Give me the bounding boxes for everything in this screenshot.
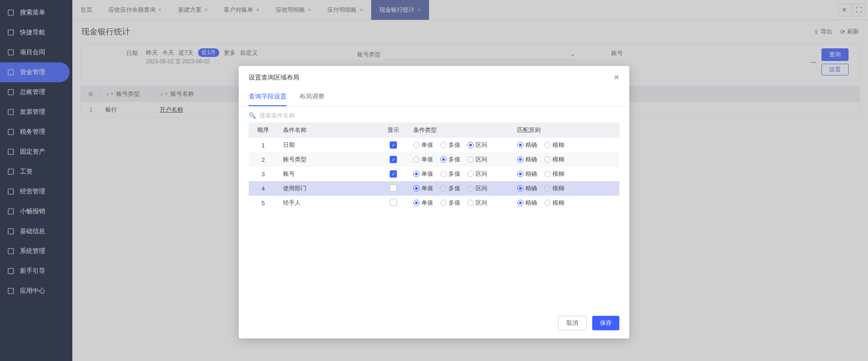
mcol-type: 条件类型 bbox=[408, 126, 512, 134]
cell-name: 经手人 bbox=[278, 199, 379, 207]
radio-match[interactable]: 精确 bbox=[517, 184, 537, 192]
radio-type[interactable]: 单值 bbox=[413, 199, 433, 207]
mcol-seq: 顺序 bbox=[249, 126, 278, 134]
modal-close-button[interactable]: ✕ bbox=[613, 73, 619, 82]
radio-type[interactable]: 区间 bbox=[467, 184, 487, 192]
radio-type[interactable]: 多值 bbox=[440, 155, 460, 164]
radio-match[interactable]: 模糊 bbox=[544, 199, 564, 207]
modal-save-button[interactable]: 保存 bbox=[592, 316, 619, 330]
radio-type[interactable]: 单值 bbox=[413, 170, 433, 178]
modal-tab-layout[interactable]: 布局调整 bbox=[299, 89, 325, 106]
modal-row[interactable]: 3账号✓单值多值区间精确模糊 bbox=[249, 167, 619, 181]
radio-type[interactable]: 单值 bbox=[413, 141, 433, 149]
radio-type[interactable]: 单值 bbox=[413, 184, 433, 192]
show-checkbox[interactable]: ✓ bbox=[390, 170, 397, 178]
radio-match[interactable]: 精确 bbox=[517, 199, 537, 207]
radio-type[interactable]: 区间 bbox=[467, 141, 487, 149]
query-layout-modal: 设置查询区域布局 ✕ 查询字段设置 布局调整 🔍 顺序 条件名称 显示 条件类型… bbox=[239, 66, 629, 338]
show-checkbox[interactable]: ✓ bbox=[390, 156, 397, 163]
search-icon: 🔍 bbox=[249, 112, 256, 119]
cell-name: 账号类型 bbox=[278, 155, 379, 164]
cell-seq: 4 bbox=[249, 185, 278, 192]
radio-type[interactable]: 单值 bbox=[413, 155, 433, 164]
modal-cancel-button[interactable]: 取消 bbox=[558, 316, 587, 330]
cell-name: 使用部门 bbox=[278, 184, 379, 192]
radio-type[interactable]: 多值 bbox=[440, 199, 460, 207]
radio-match[interactable]: 精确 bbox=[517, 170, 537, 178]
radio-type[interactable]: 区间 bbox=[467, 170, 487, 178]
show-checkbox[interactable] bbox=[390, 184, 397, 192]
radio-type[interactable]: 区间 bbox=[467, 199, 487, 207]
cell-seq: 5 bbox=[249, 200, 278, 206]
radio-match[interactable]: 精确 bbox=[517, 155, 537, 164]
show-checkbox[interactable] bbox=[390, 199, 397, 206]
mcol-show: 显示 bbox=[379, 126, 408, 134]
modal-row[interactable]: 2账号类型✓单值多值区间精确模糊 bbox=[249, 152, 619, 167]
cell-seq: 3 bbox=[249, 171, 278, 178]
radio-type[interactable]: 多值 bbox=[440, 141, 460, 149]
radio-match[interactable]: 模糊 bbox=[544, 141, 564, 149]
radio-type[interactable]: 多值 bbox=[440, 184, 460, 192]
modal-search-input[interactable] bbox=[259, 112, 395, 119]
mcol-match: 匹配原则 bbox=[512, 126, 619, 134]
radio-match[interactable]: 模糊 bbox=[544, 184, 564, 192]
cell-seq: 1 bbox=[249, 142, 278, 149]
radio-type[interactable]: 多值 bbox=[440, 170, 460, 178]
radio-match[interactable]: 模糊 bbox=[544, 170, 564, 178]
cell-name: 账号 bbox=[278, 170, 379, 178]
mcol-name: 条件名称 bbox=[278, 126, 379, 134]
modal-row[interactable]: 5经手人单值多值区间精确模糊 bbox=[249, 196, 619, 210]
radio-match[interactable]: 精确 bbox=[517, 141, 537, 149]
radio-type[interactable]: 区间 bbox=[467, 155, 487, 164]
modal-row[interactable]: 1日期✓单值多值区间精确模糊 bbox=[249, 138, 619, 152]
modal-overlay: 设置查询区域布局 ✕ 查询字段设置 布局调整 🔍 顺序 条件名称 显示 条件类型… bbox=[0, 0, 868, 361]
cell-seq: 2 bbox=[249, 156, 278, 163]
modal-row[interactable]: 4使用部门单值多值区间精确模糊 bbox=[249, 181, 619, 196]
radio-match[interactable]: 模糊 bbox=[544, 155, 564, 164]
modal-tab-fields[interactable]: 查询字段设置 bbox=[249, 89, 287, 106]
cell-name: 日期 bbox=[278, 141, 379, 149]
modal-title: 设置查询区域布局 bbox=[249, 74, 299, 82]
show-checkbox[interactable]: ✓ bbox=[390, 141, 397, 149]
